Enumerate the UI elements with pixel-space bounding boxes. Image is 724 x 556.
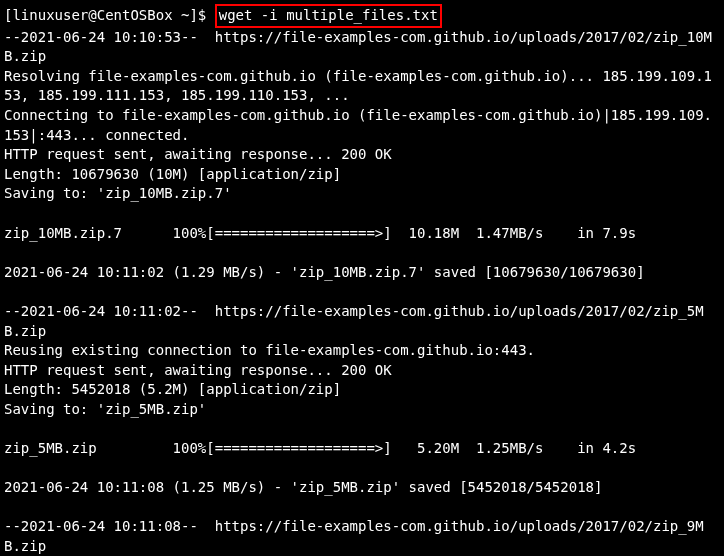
shell-prompt: [linuxuser@CentOSBox ~]$ xyxy=(4,7,215,23)
command-highlight: wget -i multiple_files.txt xyxy=(215,4,442,28)
output-lines: --2021-06-24 10:10:53-- https://file-exa… xyxy=(4,29,712,556)
terminal-output[interactable]: [linuxuser@CentOSBox ~]$ wget -i multipl… xyxy=(4,4,720,556)
